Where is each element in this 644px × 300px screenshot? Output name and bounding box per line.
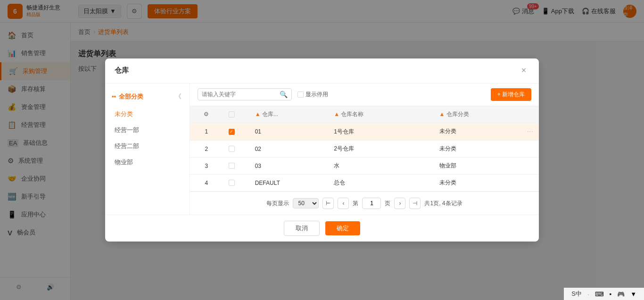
keyboard-icon[interactable]: ⌨	[595, 291, 604, 298]
table-row[interactable]: 1 ✓ 01 1号仓库 未分类 ···	[190, 123, 539, 141]
row-checkbox[interactable]	[223, 141, 249, 158]
confirm-button[interactable]: 确定	[325, 221, 360, 235]
category-item-ops1[interactable]: 经营一部	[105, 122, 190, 138]
table-header-row: ⚙ ▲ 仓库... ▲	[190, 106, 539, 123]
modal-left-panel: ▪▪ 全部分类 《 未分类 经营一部 经营二部 物业部	[105, 83, 190, 215]
th-name: ▲ 仓库名称	[328, 106, 433, 123]
select-all-checkbox[interactable]	[229, 111, 235, 117]
show-disabled-toggle[interactable]: 显示停用	[297, 91, 328, 99]
row-category: 未分类	[434, 175, 539, 192]
th-code: ▲ 仓库...	[249, 106, 329, 123]
row-category: 未分类 ···	[434, 123, 539, 141]
row-checkbox[interactable]	[223, 175, 249, 192]
row-name: 水	[328, 158, 433, 175]
row-num: 1	[190, 123, 223, 141]
grid-icon: ▪▪	[112, 93, 116, 100]
sort-icon: ▲	[255, 111, 261, 117]
last-page-button[interactable]: ⊣	[409, 198, 421, 209]
row-category: 未分类	[434, 141, 539, 158]
first-page-button[interactable]: ⊢	[322, 198, 334, 209]
row-code: 02	[249, 141, 329, 158]
search-icon[interactable]: 🔍	[280, 91, 288, 98]
page-number-input[interactable]	[362, 198, 381, 209]
modal-table: ⚙ ▲ 仓库... ▲	[190, 106, 539, 192]
total-info: 共1页, 4条记录	[424, 200, 462, 208]
table-row[interactable]: 3 03 水 物业部	[190, 158, 539, 175]
category-title: ▪▪ 全部分类	[112, 92, 143, 101]
show-disabled-checkbox[interactable]	[297, 92, 304, 98]
cancel-button[interactable]: 取消	[284, 221, 320, 236]
search-input[interactable]	[202, 91, 280, 98]
th-settings: ⚙	[190, 106, 223, 123]
row-code: DEFAULT	[249, 175, 329, 192]
row-checkbox[interactable]: ✓	[223, 123, 249, 141]
arrow-down-icon[interactable]: ▼	[630, 291, 636, 298]
settings-col-icon[interactable]: ⚙	[204, 111, 209, 117]
add-warehouse-button[interactable]: + 新增仓库	[491, 88, 531, 101]
category-item-ops2[interactable]: 经营二部	[105, 138, 190, 154]
search-box[interactable]: 🔍	[198, 88, 292, 100]
modal-body: ▪▪ 全部分类 《 未分类 经营一部 经营二部 物业部 🔍	[105, 83, 539, 215]
modal-header: 仓库 ×	[105, 58, 539, 83]
page-prefix: 第	[353, 200, 358, 208]
th-check	[223, 106, 249, 123]
warehouse-table: ⚙ ▲ 仓库... ▲	[190, 106, 539, 192]
bottom-bar: S中 · ⌨ ▪ 🎮 ▼	[564, 288, 644, 300]
per-page-label: 每页显示	[266, 200, 289, 208]
left-panel-header: ▪▪ 全部分类 《	[105, 89, 190, 106]
row-category: 物业部	[434, 158, 539, 175]
modal-footer: 取消 确定	[105, 215, 539, 242]
modal-title: 仓库	[115, 66, 129, 75]
table-row[interactable]: 2 02 2号仓库 未分类	[190, 141, 539, 158]
modal-toolbar: 🔍 显示停用 + 新增仓库	[190, 83, 539, 106]
next-page-button[interactable]: ›	[394, 198, 405, 209]
collapse-button[interactable]: 《	[173, 92, 183, 101]
modal-right-panel: 🔍 显示停用 + 新增仓库 ⚙	[190, 83, 539, 215]
sort-icon2: ▲	[334, 111, 339, 117]
row-code: 03	[249, 158, 329, 175]
show-disabled-label: 显示停用	[305, 91, 328, 99]
square-icon[interactable]: ▪	[610, 291, 612, 298]
th-category: ▲ 仓库分类	[434, 106, 539, 123]
modal-close-button[interactable]: ×	[518, 65, 529, 76]
per-page-select[interactable]: 50 20 100	[293, 198, 319, 208]
category-item-unclassified[interactable]: 未分类	[105, 106, 190, 122]
row-num: 4	[190, 175, 223, 192]
more-actions-button[interactable]: ···	[527, 127, 533, 136]
row-name: 2号仓库	[328, 141, 433, 158]
row-name: 1号仓库	[328, 123, 433, 141]
row-num: 2	[190, 141, 223, 158]
page-suffix: 页	[385, 200, 390, 208]
modal-overlay: 仓库 × ▪▪ 全部分类 《 未分类 经营一部 经营二部 物业部	[0, 0, 644, 300]
warehouse-modal: 仓库 × ▪▪ 全部分类 《 未分类 经营一部 经营二部 物业部	[105, 58, 539, 242]
sort-icon3: ▲	[439, 111, 445, 117]
input-method-icon[interactable]: S中	[571, 290, 582, 298]
row-code: 01	[249, 123, 329, 141]
modal-pagination: 每页显示 50 20 100 ⊢ ‹ 第 页 › ⊣ 共1页, 4条记录	[190, 192, 539, 215]
prev-page-button[interactable]: ‹	[338, 198, 349, 209]
table-row[interactable]: 4 DEFAULT 总仓 未分类	[190, 175, 539, 192]
row-num: 3	[190, 158, 223, 175]
row-name: 总仓	[328, 175, 433, 192]
dot-icon: ·	[587, 291, 589, 298]
gamepad-icon[interactable]: 🎮	[617, 291, 625, 298]
row-checkbox[interactable]	[223, 158, 249, 175]
category-item-property[interactable]: 物业部	[105, 154, 190, 170]
